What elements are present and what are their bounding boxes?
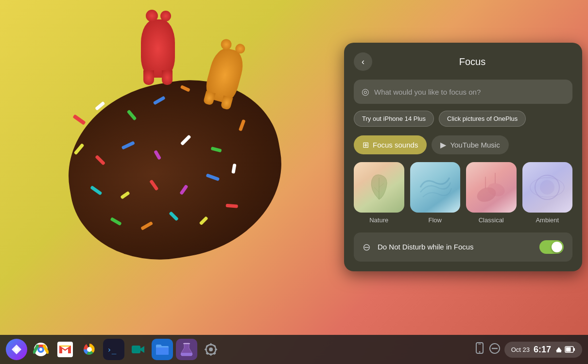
svg-rect-33 <box>478 344 481 345</box>
sound-label-classical: Classical <box>479 216 504 224</box>
sound-label-flow: Flow <box>429 216 442 224</box>
dnd-toggle[interactable] <box>539 240 564 254</box>
svg-rect-16 <box>59 346 71 347</box>
suggestion-chip-1[interactable]: Try out iPhone 14 Plus <box>354 111 434 127</box>
sound-tabs: ⊞ Focus sounds ▶ YouTube Music <box>354 135 572 154</box>
taskbar-apps: ›_ <box>6 339 222 360</box>
sound-label-nature: Nature <box>369 216 388 224</box>
taskbar-app[interactable] <box>176 339 197 360</box>
focus-panel: ‹ Focus ◎ Try out iPhone 14 Plus Click p… <box>344 43 582 271</box>
svg-point-18 <box>87 347 92 352</box>
taskbar-launcher[interactable] <box>6 339 27 360</box>
focus-task-icon: ◎ <box>362 86 369 97</box>
svg-rect-20 <box>132 346 140 353</box>
taskbar-chrome[interactable] <box>30 339 52 360</box>
nature-leaf-icon <box>354 162 404 213</box>
sound-label-ambient: Ambient <box>536 216 559 224</box>
taskbar: ›_ <box>0 335 588 364</box>
svg-rect-41 <box>573 348 575 351</box>
tab-focus-sounds-label: Focus sounds <box>373 141 418 149</box>
svg-rect-38 <box>556 351 561 352</box>
suggestion-chip-2[interactable]: Click pictures of OnePlus <box>439 111 526 127</box>
svg-rect-25 <box>210 353 212 356</box>
focus-sounds-icon: ⊞ <box>363 140 369 149</box>
taskbar-status: Oct 23 6:17 <box>474 342 582 358</box>
panel-header: ‹ Focus <box>354 52 572 71</box>
svg-text:›_: ›_ <box>107 345 117 354</box>
battery-wifi-icons <box>555 346 575 353</box>
taskbar-settings[interactable] <box>200 339 222 360</box>
taskbar-meet[interactable] <box>127 339 149 360</box>
sound-grid: Nature Flow <box>354 162 572 224</box>
taskbar-terminal[interactable]: ›_ <box>103 339 124 360</box>
date-display: Oct 23 <box>511 346 530 353</box>
svg-point-34 <box>479 351 480 352</box>
svg-marker-37 <box>556 347 562 351</box>
tab-youtube-music-label: YouTube Music <box>450 141 500 149</box>
time-display: 6:17 <box>534 345 551 355</box>
suggestion-chips: Try out iPhone 14 Plus Click pictures of… <box>354 111 572 127</box>
taskbar-files[interactable] <box>152 339 173 360</box>
svg-rect-24 <box>210 343 212 346</box>
sound-img-nature <box>354 162 404 213</box>
svg-point-23 <box>209 347 213 351</box>
sound-tile-ambient[interactable]: Ambient <box>522 162 573 224</box>
youtube-music-icon: ▶ <box>440 140 446 149</box>
svg-point-10 <box>15 347 18 351</box>
taskbar-gmail[interactable] <box>54 339 76 360</box>
wallpaper-art <box>29 10 321 311</box>
sound-tile-nature[interactable]: Nature <box>354 162 404 224</box>
tab-youtube-music[interactable]: ▶ YouTube Music <box>432 135 508 154</box>
dnd-left: ⊖ Do Not Disturb while in Focus <box>363 241 474 253</box>
phone-status-icon[interactable] <box>474 342 485 357</box>
svg-rect-27 <box>215 349 217 350</box>
focus-input-wrap[interactable]: ◎ <box>354 80 572 104</box>
focus-input[interactable] <box>374 88 565 96</box>
taskbar-photos[interactable] <box>79 339 100 360</box>
dnd-row: ⊖ Do Not Disturb while in Focus <box>354 232 572 262</box>
svg-rect-21 <box>183 343 190 344</box>
dnd-status-icon[interactable] <box>489 343 501 357</box>
svg-rect-26 <box>205 349 207 350</box>
datetime-pill[interactable]: Oct 23 6:17 <box>504 342 582 358</box>
tab-focus-sounds[interactable]: ⊞ Focus sounds <box>354 135 427 154</box>
sound-img-flow <box>410 162 461 213</box>
svg-point-14 <box>39 348 42 351</box>
sound-img-classical <box>466 162 517 213</box>
svg-point-8 <box>540 180 554 195</box>
gummy-red <box>141 19 175 78</box>
sound-tile-flow[interactable]: Flow <box>410 162 461 224</box>
dnd-icon: ⊖ <box>363 241 371 253</box>
toggle-knob <box>552 242 562 252</box>
dnd-label: Do Not Disturb while in Focus <box>378 243 474 251</box>
donut-body <box>54 66 295 275</box>
panel-title: Focus <box>372 56 572 67</box>
svg-rect-40 <box>566 347 571 352</box>
sound-img-ambient <box>522 162 573 213</box>
back-button[interactable]: ‹ <box>354 52 372 71</box>
sound-tile-classical[interactable]: Classical <box>466 162 517 224</box>
